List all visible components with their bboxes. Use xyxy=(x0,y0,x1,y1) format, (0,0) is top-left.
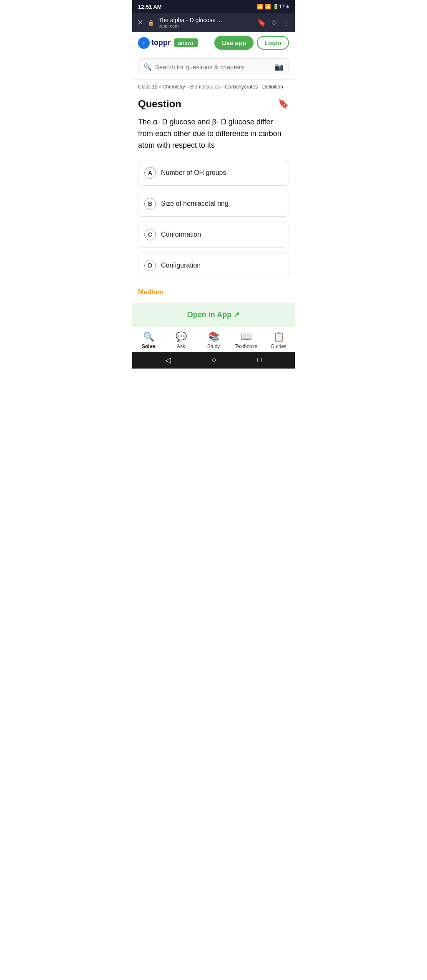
bottom-nav-textbooks[interactable]: 📖 Textbooks xyxy=(235,331,258,349)
option-a-label: A xyxy=(144,167,156,179)
ask-label: Ask xyxy=(177,344,185,349)
bottom-nav-study[interactable]: 📚 Study xyxy=(202,331,225,349)
status-bar: 12:51 AM 📶 📶 🔋17% xyxy=(132,0,295,13)
open-in-app-button[interactable]: Open in App ↗ xyxy=(187,310,240,319)
ask-icon: 💬 xyxy=(176,331,187,342)
bottom-nav: 🔍 Solve 💬 Ask 📚 Study 📖 Textbooks 📋 Guid… xyxy=(132,327,295,352)
bottom-nav-ask[interactable]: 💬 Ask xyxy=(170,331,193,349)
breadcrumb-class12[interactable]: Class 12 xyxy=(138,84,158,90)
solve-icon: 🔍 xyxy=(143,331,154,342)
camera-icon[interactable]: 📷 xyxy=(274,62,284,71)
options-list: A Number of OH groups B Size of hemiacet… xyxy=(138,160,289,278)
menu-icon[interactable]: ⋮ xyxy=(282,18,290,27)
option-d[interactable]: D Configuration xyxy=(138,253,289,278)
option-b-label: B xyxy=(144,198,156,210)
option-a[interactable]: A Number of OH groups xyxy=(138,160,289,186)
study-label: Study xyxy=(207,344,220,349)
status-time: 12:51 AM xyxy=(138,4,162,10)
brand-container: ↑ toppr answr xyxy=(138,37,198,49)
option-c-text: Conformation xyxy=(161,231,201,238)
question-bookmark-icon[interactable]: 🔖 xyxy=(278,99,289,109)
toppr-logo: ↑ toppr xyxy=(138,37,171,49)
textbooks-icon: 📖 xyxy=(241,331,252,342)
option-b-text: Size of hemiacetal ring xyxy=(161,200,229,207)
bottom-nav-guides[interactable]: 📋 Guides xyxy=(267,331,290,349)
answr-badge: answr xyxy=(174,38,198,47)
breadcrumb-chemistry[interactable]: Chemistry xyxy=(163,84,185,90)
question-section: Question 🔖 The α- D glucose and β- D glu… xyxy=(132,92,295,303)
bottom-nav-solve[interactable]: 🔍 Solve xyxy=(137,331,160,349)
guides-label: Guides xyxy=(271,344,286,349)
breadcrumb-biomolecules[interactable]: Biomolecules xyxy=(190,84,220,90)
search-input[interactable] xyxy=(155,63,271,71)
option-c-label: C xyxy=(144,229,156,240)
toppr-icon: ↑ xyxy=(138,37,150,49)
browser-chrome: ✕ 🔒 The alpha - D glucose ... toppr.com … xyxy=(132,13,295,32)
bookmark-browser-icon[interactable]: 🔖 xyxy=(257,18,266,27)
option-c[interactable]: C Conformation xyxy=(138,222,289,248)
breadcrumb: Class 12 » Chemistry » Biomolecules » Ca… xyxy=(132,80,295,92)
browser-action-buttons: 🔖 ⎋ ⋮ xyxy=(257,18,290,27)
status-icons: 📶 📶 🔋17% xyxy=(257,4,289,10)
main-content: ↑ toppr answr Use app Login 🔍 📷 Class 12… xyxy=(132,32,295,352)
solve-label: Solve xyxy=(142,344,155,349)
breadcrumb-carbohydrates[interactable]: Carbohydrates - Definition xyxy=(225,84,283,90)
battery-indicator: 🔋17% xyxy=(273,4,289,10)
browser-page-title: The alpha - D glucose ... xyxy=(158,17,253,23)
search-wrapper: 🔍 📷 xyxy=(138,58,289,75)
option-d-label: D xyxy=(144,260,156,271)
question-title: Question xyxy=(138,98,181,110)
search-icon: 🔍 xyxy=(143,63,152,71)
search-bar: 🔍 📷 xyxy=(132,54,295,80)
login-button[interactable]: Login xyxy=(257,36,289,50)
open-in-app-bar: Open in App ↗ xyxy=(132,303,295,327)
option-a-text: Number of OH groups xyxy=(161,169,226,177)
lock-icon: 🔒 xyxy=(148,20,154,26)
android-recent-button[interactable]: □ xyxy=(257,356,262,364)
guides-icon: 📋 xyxy=(273,331,284,342)
share-icon[interactable]: ⎋ xyxy=(272,18,276,27)
difficulty-badge: Medium xyxy=(138,287,289,303)
question-text: The α- D glucose and β- D glucose differ… xyxy=(138,116,289,152)
question-header: Question 🔖 xyxy=(138,98,289,110)
bluetooth-icon: 📶 xyxy=(257,4,263,10)
browser-url: The alpha - D glucose ... toppr.com xyxy=(158,17,253,28)
breadcrumb-sep-2: » xyxy=(186,84,189,89)
browser-domain: toppr.com xyxy=(158,23,253,28)
breadcrumb-sep-1: » xyxy=(159,84,161,89)
browser-close-button[interactable]: ✕ xyxy=(137,18,143,27)
navbar: ↑ toppr answr Use app Login xyxy=(132,32,295,54)
android-nav: ◁ ○ □ xyxy=(132,352,295,369)
breadcrumb-sep-3: » xyxy=(221,84,224,89)
android-back-button[interactable]: ◁ xyxy=(165,356,171,365)
toppr-name: toppr xyxy=(151,38,171,47)
textbooks-label: Textbooks xyxy=(235,344,257,349)
use-app-button[interactable]: Use app xyxy=(214,36,254,50)
nav-buttons: Use app Login xyxy=(214,36,289,50)
study-icon: 📚 xyxy=(208,331,219,342)
android-home-button[interactable]: ○ xyxy=(212,356,216,364)
option-b[interactable]: B Size of hemiacetal ring xyxy=(138,191,289,217)
option-d-text: Configuration xyxy=(161,262,201,269)
signal-icon: 📶 xyxy=(265,4,271,10)
